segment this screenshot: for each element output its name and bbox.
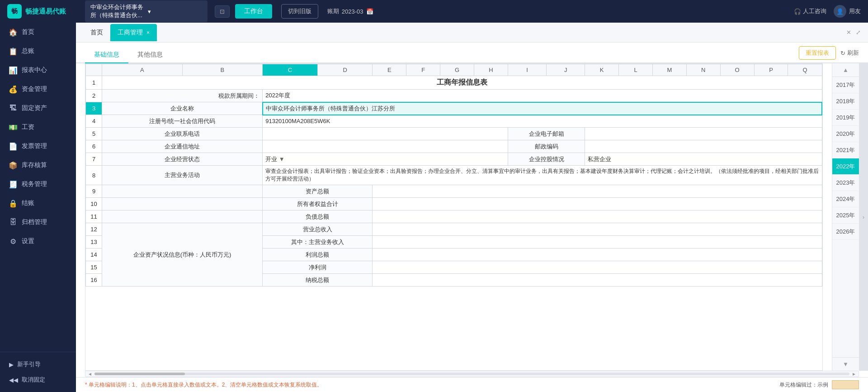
sheet-container[interactable]: A B C D E F G H I J K L (85, 63, 823, 371)
col-header-l[interactable]: L (619, 64, 653, 76)
revenue-total-label-cell: 营业总收入 (263, 223, 373, 236)
tab-home[interactable]: 首页 (83, 24, 110, 41)
col-header-o[interactable]: O (720, 64, 754, 76)
sub-tab-other[interactable]: 其他信息 (128, 47, 172, 63)
guide-icon: ▶ (9, 361, 14, 368)
reg-num-value-cell[interactable]: 91320100MA208E5W6K (263, 115, 822, 128)
col-header-c[interactable]: C (263, 64, 318, 76)
equity-value-cell[interactable] (373, 198, 822, 210)
col-header-g[interactable]: G (440, 64, 474, 76)
holding-value-cell[interactable]: 私营企业 (585, 153, 822, 166)
year-item-2019[interactable]: 2019年 (832, 110, 859, 126)
col-header-b[interactable]: B (182, 64, 263, 76)
year-item-2022[interactable]: 2022年 (832, 158, 859, 175)
col-header-a[interactable]: A (102, 64, 183, 76)
sidebar-item-report[interactable]: 📊 报表中心 (0, 61, 76, 80)
sidebar-item-wage[interactable]: 💵 工资 (0, 118, 76, 137)
sidebar-item-tax[interactable]: 🧾 税务管理 (0, 175, 76, 194)
profit-total-label-cell: 利润总额 (263, 249, 373, 261)
year-item-2023[interactable]: 2023年 (832, 175, 859, 191)
unpin-icon: ◀◀ (9, 377, 18, 383)
refresh-button[interactable]: ↻ 刷新 (840, 49, 859, 57)
net-profit-value-cell[interactable] (373, 261, 822, 274)
col-header-k[interactable]: K (585, 64, 619, 76)
sub-tab-basic-label: 基础信息 (94, 51, 119, 58)
right-collapse-button[interactable]: › (859, 63, 868, 371)
liability-value-cell[interactable] (373, 210, 822, 223)
tab-commerce[interactable]: 工商管理 × (110, 24, 157, 41)
table-row: 11 负债总额 (86, 210, 822, 223)
reset-button[interactable]: 重置报表 (799, 46, 836, 60)
col-header-e[interactable]: E (373, 64, 406, 76)
table-row: 5 企业联系电话 企业电子邮箱 (86, 128, 822, 140)
sidebar-item-asset[interactable]: 🏗 固定资产 (0, 99, 76, 118)
logo-icon: 畅 (7, 4, 22, 19)
row-num-11: 11 (86, 210, 102, 223)
col-header-m[interactable]: M (652, 64, 686, 76)
year-panel-down[interactable]: ▼ (832, 357, 859, 371)
window-expand-icon[interactable]: ⤢ (856, 29, 861, 36)
row-num-4: 4 (86, 115, 102, 128)
period-value-cell[interactable]: 2022年度 (263, 90, 822, 102)
year-item-2025[interactable]: 2025年 (832, 207, 859, 224)
corner-header (86, 64, 102, 76)
unpin-button[interactable]: ◀◀ 取消固定 (9, 372, 67, 387)
address-value-cell[interactable] (263, 140, 508, 153)
sidebar-label-home: 首页 (22, 28, 34, 36)
year-panel-up[interactable]: ▲ (832, 63, 859, 77)
year-item-2018[interactable]: 2018年 (832, 93, 859, 110)
email-value-cell[interactable] (585, 128, 822, 140)
sidebar-item-inventory[interactable]: 📦 库存核算 (0, 156, 76, 175)
postcode-label-cell: 邮政编码 (508, 140, 585, 153)
sidebar: 🏠 首页 📋 总账 📊 报表中心 💰 资金管理 🏗 固定资产 💵 工资 (0, 23, 76, 392)
hscroll-right-arrow[interactable]: ▸ (849, 371, 859, 377)
new-guide-button[interactable]: ▶ 新手引导 (9, 357, 67, 372)
sidebar-item-ledger[interactable]: 📋 总账 (0, 42, 76, 61)
sidebar-item-invoice[interactable]: 📄 发票管理 (0, 137, 76, 156)
assets-value-cell[interactable] (373, 185, 822, 198)
col-header-i[interactable]: I (508, 64, 546, 76)
col-header-d[interactable]: D (317, 64, 373, 76)
postcode-value-cell[interactable] (585, 140, 822, 153)
user-area[interactable]: 👤 用友 (834, 5, 861, 18)
col-header-n[interactable]: N (686, 64, 720, 76)
sidebar-item-archive[interactable]: 🗄 归档管理 (0, 213, 76, 232)
copy-button[interactable]: ⊡ (215, 5, 230, 18)
tax-total-value-cell[interactable] (373, 274, 822, 287)
revenue-total-value-cell[interactable] (373, 223, 822, 236)
col-header-h[interactable]: H (474, 64, 508, 76)
sub-tab-basic[interactable]: 基础信息 (85, 47, 128, 63)
main-biz-value-cell[interactable]: 审查企业会计报表；出具审计报告；验证企业资本；出具验资报告；办理企业合开、分立、… (263, 166, 822, 185)
year-item-2017[interactable]: 2017年 (832, 77, 859, 93)
main-revenue-value-cell[interactable] (373, 236, 822, 249)
hscroll-bar[interactable]: ◂ ▸ (85, 371, 859, 377)
row-num-3: 3 (86, 102, 102, 115)
year-item-2026[interactable]: 2026年 (832, 224, 859, 240)
year-item-2021[interactable]: 2021年 (832, 142, 859, 158)
hscroll-thumb[interactable] (94, 373, 185, 375)
sidebar-item-home[interactable]: 🏠 首页 (0, 23, 76, 42)
old-version-button[interactable]: 切到旧版 (281, 4, 318, 19)
col-header-f[interactable]: F (406, 64, 440, 76)
sidebar-item-fund[interactable]: 💰 资金管理 (0, 80, 76, 99)
col-header-p[interactable]: P (754, 64, 788, 76)
biz-status-value-cell[interactable]: 开业 ▼ (263, 153, 508, 166)
window-close-icon[interactable]: ✕ (846, 29, 851, 36)
col-header-q[interactable]: Q (788, 64, 822, 76)
row-num-10: 10 (86, 198, 102, 210)
consult-button[interactable]: 🎧 人工咨询 (794, 7, 826, 15)
wage-icon: 💵 (9, 123, 17, 131)
year-item-2024[interactable]: 2024年 (832, 191, 859, 207)
sidebar-item-settings[interactable]: ⚙ 设置 (0, 232, 76, 251)
phone-value-cell[interactable] (263, 128, 508, 140)
calendar-icon[interactable]: 📅 (366, 8, 373, 15)
workbench-button[interactable]: 工作台 (235, 4, 272, 19)
col-header-j[interactable]: J (547, 64, 585, 76)
hscroll-left-arrow[interactable]: ◂ (85, 371, 94, 377)
tab-close-icon[interactable]: × (146, 29, 150, 36)
sidebar-item-close[interactable]: 🔒 结账 (0, 194, 76, 213)
profit-total-value-cell[interactable] (373, 249, 822, 261)
company-selector[interactable]: 中审众环会计师事务所（特殊普通合伙... ▾ (85, 0, 208, 22)
year-item-2020[interactable]: 2020年 (832, 126, 859, 142)
company-name-value-cell[interactable]: 中审众环会计师事务所（特殊普通合伙）江苏分所 (263, 102, 822, 115)
